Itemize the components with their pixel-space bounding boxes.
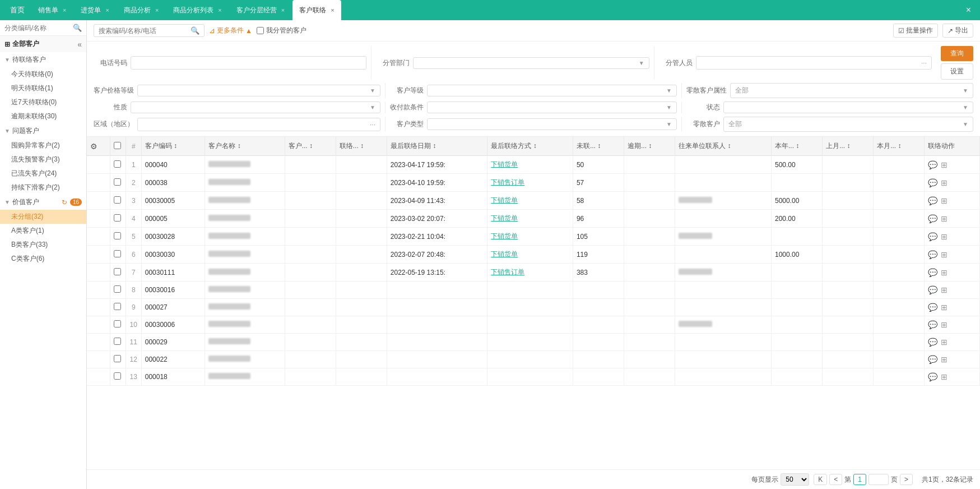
- sidebar-item-unclassified[interactable]: 未分组(32): [0, 210, 86, 224]
- close-purchase-tab[interactable]: ×: [105, 7, 109, 13]
- customer-type-select[interactable]: ▼: [427, 118, 677, 130]
- name-column-header[interactable]: 客户名称 ↕: [205, 137, 285, 156]
- next-page-button[interactable]: >: [900, 474, 913, 485]
- my-customers-checkbox[interactable]: [257, 27, 264, 34]
- sidebar-item-churn-warning[interactable]: 流失预警客户(3): [0, 153, 86, 167]
- message-icon[interactable]: 💬: [928, 268, 937, 277]
- nature-select[interactable]: ▼: [131, 102, 380, 113]
- search-input[interactable]: [99, 27, 188, 35]
- status-select[interactable]: ▼: [723, 102, 973, 113]
- qr-icon[interactable]: ⊞: [941, 250, 948, 259]
- close-sales-tab[interactable]: ×: [63, 7, 66, 13]
- last-contact-type-cell[interactable]: [487, 351, 573, 368]
- query-button[interactable]: 查询: [941, 46, 973, 61]
- unlink-days-column-header[interactable]: 未联... ↕: [573, 137, 624, 156]
- my-customers-check[interactable]: 我分管的客户: [257, 26, 306, 35]
- nav-tab-product-analysis[interactable]: 商品分析 ×: [117, 0, 165, 20]
- code-column-header[interactable]: 客户编码 ↕: [141, 137, 205, 156]
- qr-icon[interactable]: ⊞: [941, 303, 948, 312]
- search-icon[interactable]: 🔍: [191, 26, 199, 35]
- this-month-column-header[interactable]: 本月... ↕: [874, 137, 925, 156]
- nav-tab-product-list[interactable]: 商品分析列表 ×: [166, 0, 228, 20]
- phone-input[interactable]: [131, 56, 366, 70]
- refresh-icon[interactable]: ↻: [62, 199, 67, 206]
- qr-icon[interactable]: ⊞: [941, 355, 948, 364]
- message-icon[interactable]: 💬: [928, 232, 937, 241]
- last-contact-type-cell[interactable]: 下销货单: [487, 246, 573, 264]
- row-check-cell[interactable]: [110, 316, 126, 334]
- row-check-cell[interactable]: [110, 192, 126, 210]
- all-customers-header[interactable]: ⊞ 全部客户 «: [0, 36, 86, 52]
- row-checkbox[interactable]: [114, 196, 121, 204]
- row-check-cell[interactable]: [110, 282, 126, 299]
- row-check-cell[interactable]: [110, 228, 126, 246]
- close-customer-contact-tab[interactable]: ×: [331, 7, 334, 13]
- sidebar-search-icon[interactable]: 🔍: [73, 24, 82, 32]
- message-icon[interactable]: 💬: [928, 160, 937, 169]
- this-year-column-header[interactable]: 本年... ↕: [771, 137, 822, 156]
- sidebar-item-overdue[interactable]: 逾期未联络(30): [0, 109, 86, 123]
- row-checkbox[interactable]: [114, 214, 121, 222]
- message-icon[interactable]: 💬: [928, 355, 937, 364]
- more-conditions[interactable]: ⊿ 更多条件 ▲: [209, 26, 252, 35]
- qr-icon[interactable]: ⊞: [941, 214, 948, 223]
- payment-select[interactable]: ▼: [427, 102, 677, 113]
- batch-op-button[interactable]: ☑ 批量操作: [893, 24, 938, 38]
- row-check-cell[interactable]: [110, 264, 126, 282]
- search-box[interactable]: 🔍: [94, 24, 205, 37]
- row-check-cell[interactable]: [110, 351, 126, 368]
- row-check-cell[interactable]: [110, 299, 126, 316]
- export-button[interactable]: ↗ 导出: [942, 24, 973, 38]
- qr-icon[interactable]: ⊞: [941, 338, 948, 347]
- sidebar-search-input[interactable]: [4, 24, 71, 32]
- gear-icon[interactable]: ⚙: [90, 142, 97, 151]
- last-contact-type-cell[interactable]: 下销货单: [487, 210, 573, 228]
- contact-type-link[interactable]: 下销货单: [491, 214, 518, 222]
- first-page-button[interactable]: K: [814, 474, 827, 485]
- message-icon[interactable]: 💬: [928, 338, 937, 347]
- row-checkbox[interactable]: [114, 320, 121, 327]
- qr-icon[interactable]: ⊞: [941, 285, 948, 294]
- check-all-column[interactable]: [110, 137, 126, 156]
- gear-column-header[interactable]: ⚙: [87, 137, 110, 156]
- last-contact-type-cell[interactable]: [487, 299, 573, 316]
- contact-type-link[interactable]: 下销售订单: [491, 268, 524, 276]
- row-check-cell[interactable]: [110, 368, 126, 386]
- last-contact-type-cell[interactable]: 下销货单: [487, 228, 573, 246]
- row-check-cell[interactable]: [110, 246, 126, 264]
- message-icon[interactable]: 💬: [928, 285, 937, 294]
- type-column-header[interactable]: 客户... ↕: [285, 137, 336, 156]
- last-contact-type-cell[interactable]: [487, 316, 573, 334]
- sidebar-group-problem[interactable]: ▼ 问题客户: [0, 123, 86, 139]
- sidebar-item-class-c[interactable]: C类客户(6): [0, 252, 86, 266]
- message-icon[interactable]: 💬: [928, 214, 937, 223]
- last-contact-type-cell[interactable]: 下销货单: [487, 192, 573, 210]
- scatter-customer-select[interactable]: 全部 ▼: [723, 117, 973, 132]
- row-check-cell[interactable]: [110, 156, 126, 174]
- contact-type-link[interactable]: 下销货单: [491, 250, 518, 258]
- overdue-column-header[interactable]: 逾期... ↕: [624, 137, 675, 156]
- nav-tab-purchase[interactable]: 进货单 ×: [74, 0, 115, 20]
- goto-page-input[interactable]: 1: [868, 474, 889, 485]
- last-contact-type-cell[interactable]: 下销售订单: [487, 264, 573, 282]
- contact-type-link[interactable]: 下销货单: [491, 160, 518, 168]
- per-page-select[interactable]: 50 100 200: [781, 473, 809, 486]
- sidebar-item-class-b[interactable]: B类客户(33): [0, 238, 86, 252]
- nav-tab-customer-contact[interactable]: 客户联络 ×: [292, 0, 341, 20]
- sidebar-group-pending[interactable]: ▼ 待联络客户: [0, 52, 86, 67]
- qr-icon[interactable]: ⊞: [941, 196, 948, 205]
- check-all-checkbox[interactable]: [114, 142, 121, 149]
- message-icon[interactable]: 💬: [928, 178, 937, 187]
- nav-tab-sales[interactable]: 销售单 ×: [31, 0, 73, 20]
- contact-type-link[interactable]: 下销售订单: [491, 178, 524, 186]
- last-contact-type-cell[interactable]: [487, 368, 573, 386]
- close-customer-tier-tab[interactable]: ×: [281, 7, 285, 13]
- row-checkbox[interactable]: [114, 338, 121, 345]
- qr-icon[interactable]: ⊞: [941, 268, 948, 277]
- qr-icon[interactable]: ⊞: [941, 320, 948, 329]
- scatter-attr-select[interactable]: 全部 ▼: [730, 83, 973, 98]
- last-month-column-header[interactable]: 上月... ↕: [823, 137, 874, 156]
- close-product-list-tab[interactable]: ×: [218, 7, 221, 13]
- last-contact-type-column-header[interactable]: 最后联络方式 ↕: [487, 137, 573, 156]
- nav-home[interactable]: 首页: [4, 5, 30, 15]
